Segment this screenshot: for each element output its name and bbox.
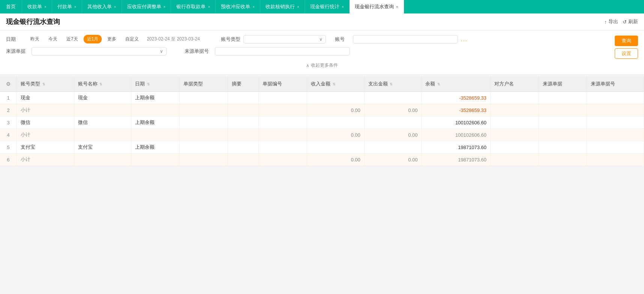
cell-income: 0.00 <box>307 129 365 141</box>
close-icon[interactable]: × <box>208 5 210 9</box>
cell-income: 0.00 <box>307 154 365 166</box>
cell-date <box>131 154 180 166</box>
setting-button[interactable]: 设置 <box>615 48 638 59</box>
cell-num: 5 <box>0 141 17 154</box>
th-account-type[interactable]: 账号类型 ⇅ <box>17 76 74 92</box>
cell-source-doc <box>539 129 587 141</box>
nav-tab-fukuandan[interactable]: 付款单 × <box>52 0 82 13</box>
close-icon[interactable]: × <box>297 5 299 9</box>
cell-counterparty <box>491 129 539 141</box>
cell-source-doc-no <box>587 104 644 116</box>
cell-date: 上期余额 <box>131 141 180 154</box>
sort-icon: ⇅ <box>390 82 393 86</box>
cell-doc-type <box>180 141 228 154</box>
account-label: 账号 <box>335 36 350 43</box>
nav-tab-yushou[interactable]: 预收冲应收单 × <box>216 0 260 13</box>
cell-num: 1 <box>0 92 17 104</box>
th-summary[interactable]: 摘要 <box>228 76 259 92</box>
cell-source-doc <box>539 92 587 104</box>
table-row[interactable]: 6 小计 0.00 0.00 19871073.60 <box>0 154 644 166</box>
cell-source-doc <box>539 104 587 116</box>
query-button[interactable]: 查询 <box>615 36 638 46</box>
cell-source-doc <box>539 154 587 166</box>
cell-doc-type <box>180 129 228 141</box>
sort-icon: ⇅ <box>437 82 440 86</box>
account-type-select[interactable]: ∨ <box>243 35 326 43</box>
nav-home[interactable]: 首页 <box>0 0 22 13</box>
source-doc-no-input[interactable] <box>215 47 350 55</box>
date-btn-7days[interactable]: 近7天 <box>63 35 81 43</box>
table-row[interactable]: 3 微信 微信 上期余额 100102606.60 <box>0 116 644 129</box>
table-container: ⚙ 账号类型 ⇅ 账号名称 ⇅ 日期 ⇅ 单据类型 摘要 <box>0 76 644 166</box>
gear-icon[interactable]: ⚙ <box>4 79 13 88</box>
cell-account-name: 支付宝 <box>74 141 131 154</box>
nav-tab-shoukuandan[interactable]: 收款单 × <box>22 0 52 13</box>
cell-summary <box>228 154 259 166</box>
date-btn-yesterday[interactable]: 昨天 <box>27 35 43 43</box>
table-row[interactable]: 1 现金 现金 上期余额 -3528659.33 <box>0 92 644 104</box>
cell-account-type: 现金 <box>17 92 74 104</box>
th-gear[interactable]: ⚙ <box>0 76 17 92</box>
refresh-icon: ↺ <box>623 19 627 25</box>
header-actions: ↑ 导出 ↺ 刷新 <box>605 18 638 25</box>
nav-tab-qitashouru[interactable]: 其他收入单 × <box>82 0 122 13</box>
date-btn-more[interactable]: 更多 <box>104 35 120 43</box>
cell-doc-type <box>180 154 228 166</box>
table-row[interactable]: 2 小计 0.00 0.00 -3528659.33 <box>0 104 644 116</box>
close-icon[interactable]: × <box>74 5 77 9</box>
th-balance[interactable]: 余额 ⇅ <box>422 76 491 92</box>
cell-date <box>131 129 180 141</box>
th-source-doc[interactable]: 来源单据 <box>539 76 587 92</box>
close-icon[interactable]: × <box>164 5 166 9</box>
cell-doc-type <box>180 92 228 104</box>
date-btn-1month[interactable]: 近1月 <box>84 35 102 43</box>
cell-account-type: 小计 <box>17 154 74 166</box>
nav-tab-xianjinliushui[interactable]: 现金银行流水查询 × <box>350 0 404 13</box>
close-icon[interactable]: × <box>252 5 255 9</box>
cell-source-doc-no <box>587 154 644 166</box>
cell-account-type: 微信 <box>17 116 74 129</box>
account-dots-button[interactable]: ... <box>461 36 468 42</box>
th-doc-no[interactable]: 单据编号 <box>259 76 307 92</box>
cell-counterparty <box>491 154 539 166</box>
account-input[interactable] <box>353 35 458 43</box>
cell-account-name: 微信 <box>74 116 131 129</box>
th-doc-type[interactable]: 单据类型 <box>180 76 228 92</box>
data-table: ⚙ 账号类型 ⇅ 账号名称 ⇅ 日期 ⇅ 单据类型 摘要 <box>0 76 644 166</box>
nav-tab-xianjintongji[interactable]: 现金银行统计 × <box>305 0 350 13</box>
date-label: 日期 <box>6 36 21 43</box>
cell-source-doc <box>539 116 587 129</box>
cell-num: 4 <box>0 129 17 141</box>
close-icon[interactable]: × <box>396 5 398 9</box>
th-expense[interactable]: 支出金额 ⇅ <box>364 76 422 92</box>
top-nav: 首页 收款单 × 付款单 × 其他收入单 × 应收应付调整单 × 银行存取款单 … <box>0 0 644 13</box>
cell-doc-no <box>259 154 307 166</box>
cell-account-type: 小计 <box>17 104 74 116</box>
cell-doc-no <box>259 141 307 154</box>
export-button[interactable]: ↑ 导出 <box>605 18 618 25</box>
filter-row-source: 来源单据 ∨ 来源单据号 <box>6 47 609 55</box>
date-btn-custom[interactable]: 自定义 <box>122 35 142 43</box>
nav-tab-shoukuanhexiao[interactable]: 收款核销执行 × <box>260 0 305 13</box>
account-type-label: 账号类型 <box>221 36 240 43</box>
date-btn-today[interactable]: 今天 <box>45 35 61 43</box>
th-date[interactable]: 日期 ⇅ <box>131 76 180 92</box>
nav-tab-yinhangcunquan[interactable]: 银行存取款单 × <box>171 0 216 13</box>
table-row[interactable]: 4 小计 0.00 0.00 100102606.60 <box>0 129 644 141</box>
source-doc-select[interactable]: ∨ <box>32 47 167 55</box>
refresh-button[interactable]: ↺ 刷新 <box>623 18 638 25</box>
th-counterparty[interactable]: 对方户名 <box>491 76 539 92</box>
collapse-bar[interactable]: ∧ 收起更多条件 <box>6 61 638 70</box>
nav-tab-yingshoutiaozheng[interactable]: 应收应付调整单 × <box>122 0 171 13</box>
close-icon[interactable]: × <box>342 5 344 9</box>
th-account-name[interactable]: 账号名称 ⇅ <box>74 76 131 92</box>
th-source-doc-no[interactable]: 来源单据号 <box>587 76 644 92</box>
close-icon[interactable]: × <box>114 5 116 9</box>
cell-counterparty <box>491 116 539 129</box>
th-income[interactable]: 收入金额 ⇅ <box>307 76 365 92</box>
table-row[interactable]: 5 支付宝 支付宝 上期余额 19871073.60 <box>0 141 644 154</box>
close-icon[interactable]: × <box>44 5 47 9</box>
cell-num: 2 <box>0 104 17 116</box>
page-header: 现金银行流水查询 ↑ 导出 ↺ 刷新 <box>0 13 644 30</box>
cell-source-doc-no <box>587 141 644 154</box>
